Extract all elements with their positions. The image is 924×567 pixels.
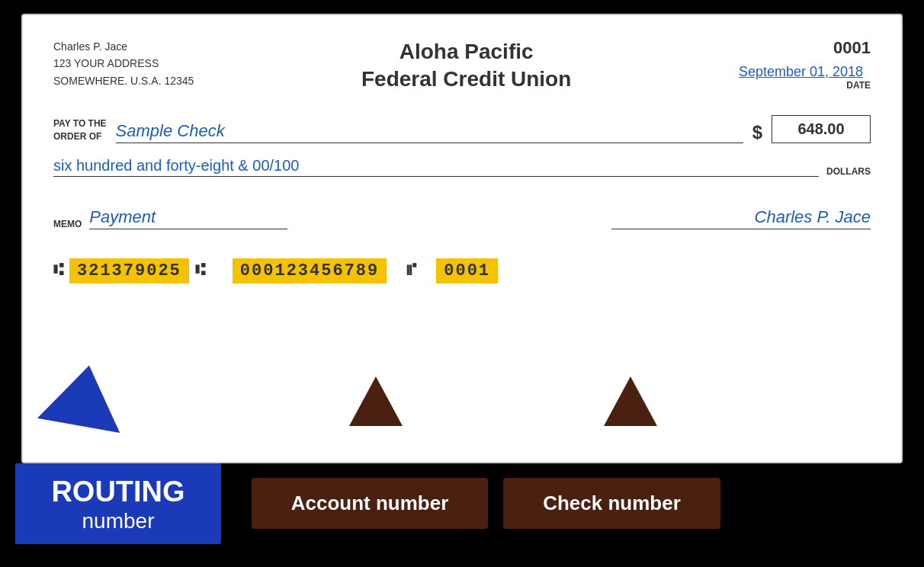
check-address: Charles P. Jace 123 YOUR ADDRESS SOMEWHE… (53, 38, 194, 89)
micr-check-number: 0001 (436, 258, 498, 284)
micr-equal-symbol: ⑈ (406, 261, 416, 280)
address-line1: 123 YOUR ADDRESS (53, 55, 194, 72)
dollars-label: DOLLARS (826, 166, 871, 177)
address-name: Charles P. Jace (53, 38, 194, 55)
account-arrow (349, 376, 403, 426)
micr-account: 000123456789 (233, 258, 387, 284)
routing-label-box: ROUTING number (15, 463, 221, 544)
account-label-box: Account number (252, 478, 488, 529)
check-number-top: 0001 (739, 38, 871, 58)
check-amount: 648.00 (772, 115, 871, 143)
routing-label-bottom: number (23, 509, 213, 533)
check: Charles P. Jace 123 YOUR ADDRESS SOMEWHE… (21, 14, 903, 463)
micr-open-symbol: ⑆ (53, 261, 63, 280)
amount-words: six hundred and forty-eight & 00/100 (53, 157, 819, 177)
pay-to-label: PAY TO THE ORDER OF (53, 117, 107, 143)
address-line2: SOMEWHERE. U.S.A. 12345 (53, 72, 194, 89)
payee-name: Sample Check (116, 121, 225, 140)
routing-label-top: ROUTING (23, 477, 213, 506)
micr-routing: 321379025 (69, 258, 189, 284)
date-label: DATE (739, 80, 871, 91)
dollar-sign: $ (752, 122, 762, 143)
memo-label: MEMO (53, 219, 82, 229)
check-label-box: Check number (503, 478, 720, 529)
bank-name: Aloha Pacific Federal Credit Union (194, 38, 738, 94)
micr-close-symbol: ⑆ (195, 261, 205, 280)
memo-value: Payment (89, 207, 156, 226)
check-label-text: Check number (543, 492, 681, 514)
check-number-arrow (604, 376, 657, 426)
micr-line: ⑆ 321379025 ⑆ 000123456789 ⑈ 0001 (53, 258, 871, 284)
account-label-text: Account number (291, 492, 449, 514)
check-date: September 01, 2018 (739, 64, 863, 80)
signature-value: Charles P. Jace (755, 207, 871, 226)
